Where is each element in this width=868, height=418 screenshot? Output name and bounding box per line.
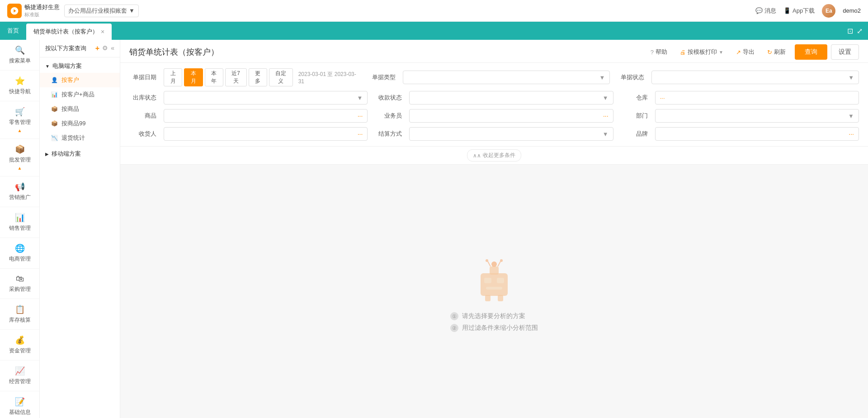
- app-download-btn[interactable]: 📱 App下载: [783, 7, 815, 15]
- settlement-label: 结算方式: [375, 130, 402, 138]
- help-btn[interactable]: ? 帮助: [647, 46, 671, 58]
- date-control: 上月 本月 本年 近7天 更多 自定义 2023-03-01 至 2023-03…: [164, 68, 361, 86]
- brand-select[interactable]: ···: [655, 127, 859, 141]
- arrow-up-icon: ▲: [18, 128, 22, 133]
- scheme-label: 按商品: [61, 105, 79, 113]
- scheme-section: ▼ 电脑端方案 👤 按客户 📊 按客户+商品 📦 按商品 📦 按商品: [40, 57, 120, 147]
- sidebar-item-retail[interactable]: 🛒 零售管理 ▲: [0, 101, 39, 139]
- content-area: 按以下方案查询 + ⚙ « ▼ 电脑端方案 👤 按客户 📊 按: [40, 40, 868, 418]
- scheme-item-return-stat[interactable]: 📉 退货统计: [40, 131, 120, 145]
- scheme-label: 按客户: [61, 76, 79, 84]
- query-button[interactable]: 查询: [795, 44, 827, 60]
- scheme-item-by-product[interactable]: 📦 按商品: [40, 102, 120, 116]
- close-icon[interactable]: ×: [101, 28, 104, 35]
- sidebar-item-finance[interactable]: 💰 资金管理: [0, 330, 39, 361]
- sidebar-item-purchase[interactable]: 🛍 采购管理: [0, 269, 39, 299]
- template-print-btn[interactable]: 🖨 按模板打印 ▼: [676, 46, 727, 58]
- sidebar-item-inventory[interactable]: 📋 库存核算: [0, 299, 39, 330]
- date-btn-last-month[interactable]: 上月: [164, 68, 182, 86]
- dept-select[interactable]: ▼: [655, 109, 859, 123]
- warehouse-dots: ···: [660, 95, 665, 101]
- sidebar-item-ecommerce[interactable]: 🌐 电商管理: [0, 238, 39, 269]
- empty-svg: [467, 251, 521, 305]
- sidebar-label: 搜索菜单: [9, 57, 31, 65]
- collapse-more-btn[interactable]: ∧∧ 收起更多条件: [467, 149, 521, 162]
- svg-rect-3: [486, 287, 502, 290]
- return-icon: 📉: [51, 134, 58, 142]
- ecommerce-icon: 🌐: [15, 243, 25, 253]
- chevron-down-icon: ▼: [848, 74, 854, 81]
- pay-status-select[interactable]: ▼: [409, 91, 613, 104]
- doc-type-label: 单据类型: [368, 73, 396, 81]
- left-panel: 按以下方案查询 + ⚙ « ▼ 电脑端方案 👤 按客户 📊 按: [40, 40, 120, 418]
- product-label: 商品: [129, 112, 156, 120]
- salesperson-select[interactable]: ···: [409, 109, 613, 123]
- sidebar-item-sales-mgmt[interactable]: 📊 销售管理: [0, 207, 39, 238]
- industry-selector[interactable]: 办公用品行业模拟账套 ▼: [64, 5, 139, 17]
- sidebar-item-search-menu[interactable]: 🔍 搜索菜单: [0, 40, 39, 71]
- receiver-label: 收货人: [129, 130, 156, 138]
- tab-sales-stat[interactable]: 销货单统计表（按客户） ×: [26, 24, 112, 40]
- tab-bar: 首页 销货单统计表（按客户） × ⊡ ⤢: [0, 22, 868, 40]
- mobile-group-title[interactable]: ▶ 移动端方案: [40, 147, 120, 161]
- chevron-down-icon: ▼: [603, 131, 609, 138]
- settings-scheme-btn[interactable]: ⚙: [102, 44, 108, 52]
- help-icon: ?: [651, 49, 654, 56]
- dept-label: 部门: [621, 112, 648, 120]
- warehouse-select[interactable]: ···: [655, 91, 859, 104]
- scheme-label: 按商品99: [61, 119, 85, 128]
- scheme-item-by-product-99[interactable]: 📦 按商品99: [40, 116, 120, 131]
- scheme-item-by-customer-product[interactable]: 📊 按客户+商品: [40, 87, 120, 102]
- date-btn-7days[interactable]: 近7天: [225, 68, 247, 86]
- date-btn-this-month[interactable]: 本月: [184, 68, 203, 86]
- sidebar-item-operation[interactable]: 📈 经营管理: [0, 361, 39, 391]
- collapse-panel-btn[interactable]: «: [111, 44, 114, 52]
- salesperson-dots: ···: [603, 112, 609, 119]
- chart-icon: 📊: [51, 91, 58, 98]
- date-btn-custom[interactable]: 自定义: [269, 68, 293, 86]
- message-icon: 💬: [755, 7, 763, 14]
- tip-text-2: 用过滤条件来缩小分析范围: [462, 324, 538, 332]
- arrow-right-icon: ▶: [45, 152, 49, 157]
- collapse-label: 收起更多条件: [483, 152, 515, 159]
- date-btn-more[interactable]: 更多: [249, 68, 267, 86]
- receiver-select[interactable]: ···: [164, 127, 368, 141]
- product-select[interactable]: ···: [164, 109, 368, 123]
- customer-icon: 👤: [51, 76, 58, 84]
- settlement-select[interactable]: ▼: [409, 127, 613, 141]
- scheme-item-by-customer[interactable]: 👤 按客户: [40, 73, 120, 87]
- date-btn-this-year[interactable]: 本年: [205, 68, 223, 86]
- add-scheme-btn[interactable]: +: [95, 44, 99, 52]
- doc-status-select[interactable]: ▼: [651, 71, 859, 84]
- export-label: 导出: [743, 48, 755, 56]
- logo-icon: [7, 4, 22, 18]
- page-title: 销货单统计表（按客户）: [129, 47, 219, 57]
- export-btn[interactable]: ↗ 导出: [732, 46, 758, 58]
- tab-home[interactable]: 首页: [0, 22, 26, 40]
- message-btn[interactable]: 💬 消息: [755, 7, 776, 15]
- sidebar-label: 基础信息: [9, 408, 31, 416]
- top-bar-left: 畅捷通好生意 标准版 办公用品行业模拟账套 ▼: [7, 3, 139, 18]
- out-status-select[interactable]: ▼: [164, 91, 368, 104]
- inventory-icon: 📋: [15, 304, 25, 314]
- minimize-icon[interactable]: ⊡: [847, 27, 853, 35]
- sidebar-label: 经营管理: [9, 378, 31, 385]
- svg-line-8: [498, 261, 500, 266]
- sidebar-item-basic-info[interactable]: 📝 基础信息: [0, 391, 39, 418]
- template-print-label: 按模板打印: [688, 48, 717, 56]
- collapse-up-icon: ∧∧: [473, 152, 481, 159]
- out-status-label: 出库状态: [129, 94, 156, 102]
- desktop-group-title[interactable]: ▼ 电脑端方案: [40, 59, 120, 73]
- sidebar-item-quick-nav[interactable]: ⭐ 快捷导航: [0, 71, 39, 101]
- sidebar-item-marketing[interactable]: 📢 营销推广: [0, 176, 39, 207]
- sidebar-label: 资金管理: [9, 347, 31, 355]
- doc-type-select[interactable]: ▼: [403, 71, 610, 84]
- sidebar-item-wholesale[interactable]: 📦 批发管理 ▲: [0, 139, 39, 176]
- basic-info-icon: 📝: [15, 397, 25, 407]
- logo-text-area: 畅捷通好生意 标准版: [24, 3, 60, 18]
- refresh-btn[interactable]: ↻ 刷新: [764, 46, 789, 58]
- svg-rect-1: [484, 278, 491, 283]
- maximize-icon[interactable]: ⤢: [857, 27, 863, 35]
- help-label: 帮助: [656, 48, 667, 56]
- settings-button[interactable]: 设置: [831, 44, 859, 60]
